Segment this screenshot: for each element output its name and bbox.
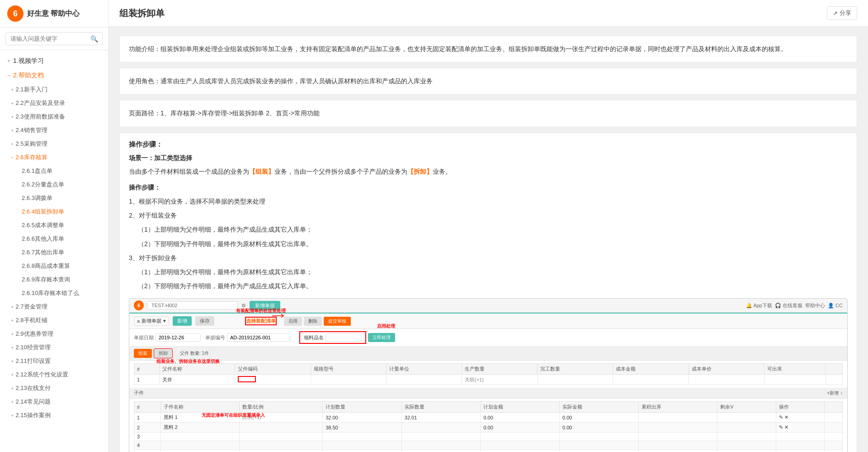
plus-icon-10: + [11,345,14,350]
sidebar-item-inv-check[interactable]: 2.6.9库存账本查询 [0,273,108,286]
plus-icon-3: + [11,100,14,106]
role-text: 使用角色：通常由生产人员或库管人员完成拆装业务的操作，库管人员确认原材料的出库和… [129,76,848,87]
step1: 1、根据不同的业务，选择不同单据的类型来处理 [129,196,848,207]
sidebar-cases-label: 2.15操作案例 [15,411,50,419]
plus-icon-7: + [11,304,14,309]
plus-icon-8: + [11,318,14,323]
sidebar-item-other-out[interactable]: 2.6.7其他出库单 [0,246,108,259]
sidebar-group-mobile[interactable]: + 2.8手机旺铺 [0,314,108,327]
sidebar-item-partial[interactable]: 2.6.2分量盘点单 [0,178,108,191]
sidebar-item-docs[interactable]: − 2.帮助文档 + 2.1新手入门 + 2.2产品安装及登录 [0,68,108,422]
ss-right-panel: 领料品名 [299,331,366,344]
sidebar-group-inventory[interactable]: − 2.6库存核算 2.6.1盘点单 2.6.2分量盘点单 2.6.3调拨单 2… [0,151,108,300]
ss-toolbar: ≡ 新增单据 ▾ 新增 保存 选择装配清单 有装配清单 [129,314,847,329]
step3-sub1: （1）上部明细为父件明细，最终作为原材料生成其它出库单； [138,266,848,278]
sidebar-finance-label: 2.7资金管理 [15,303,47,311]
app-title: 好生意 帮助中心 [27,9,80,19]
search-input[interactable] [5,32,103,45]
ss-date-input[interactable] [156,333,201,342]
role-block: 使用角色：通常由生产人员或库管人员完成拆装业务的操作，库管人员确认原材料的出库和… [119,68,857,95]
sidebar-group-cases[interactable]: + 2.15操作案例 [0,409,108,422]
page-title: 组装拆卸单 [119,7,165,19]
sidebar-inventory-label: 2.6库存核算 [15,153,47,162]
sidebar-group-payment[interactable]: + 2.13在线支付 [0,381,108,395]
sidebar-sales-label: 2.4销售管理 [15,126,47,134]
plus-icon-14: + [11,399,14,404]
ss-btn-approve[interactable]: 启用 [284,317,302,326]
annotation-switch: 组装业务、拆卸业务在这里切换 [156,358,220,365]
minus-icon-2: − [11,155,14,160]
plus-icon-5: + [11,128,14,133]
sidebar-group-newbie[interactable]: + 2.1新手入门 [0,83,108,96]
ss-tab-assembly[interactable]: 组装 [134,349,152,358]
step2-sub2: （2）下部明细为子件明细，最终作为原材料生成其它出库单。 [138,238,848,250]
sidebar-group-print[interactable]: + 2.11打印设置 [0,354,108,368]
search-box[interactable]: 🔍 [0,28,108,50]
sidebar-faq-label: 2.14常见问题 [15,398,50,406]
ss-btn-teal[interactable]: 新增 [173,316,192,326]
plus-icon: + [7,58,10,64]
scene1-desc: 当由多个子件材料组装成一个成品的业务为【组装】业务，当由一个父件拆分成多个子产品… [129,166,848,177]
ss-btn-save[interactable]: 保存 [195,316,214,326]
step2: 2、对于组装业务 [129,210,848,221]
nav-tree: + 1.视频学习 − 2.帮助文档 + 2.1新手入门 + [0,50,108,452]
sidebar-print-label: 2.11打印设置 [15,357,50,365]
sidebar-item-stocktake[interactable]: 2.6.1盘点单 [0,164,108,178]
intro-block: 功能介绍：组装拆卸单用来处理企业组装或拆卸等加工业务，支持有固定装配清单的产品加… [119,36,857,62]
sidebar-group-ops[interactable]: + 2.10经营管理 [0,341,108,354]
steps-section: 操作步骤： 场景一：加工类型选择 当由多个子件材料组装成一个成品的业务为【组装】… [119,133,857,452]
sidebar-group-install[interactable]: + 2.2产品安装及登录 [0,96,108,110]
ss-body: ≡ 新增单据 ▾ 新增 保存 选择装配清单 有装配清单 [129,313,847,452]
sidebar-header: 6 好生意 帮助中心 [0,0,108,28]
ss-btn-confirm[interactable]: 立即处理 [368,333,395,342]
sidebar-group-system[interactable]: + 2.12系统个性化设置 [0,368,108,381]
sidebar-item-inv-error[interactable]: 2.6.10库存账本错了么 [0,286,108,300]
ss-btn-delete[interactable]: 删除 [304,317,322,326]
sidebar-group-voucher[interactable]: + 2.9优惠券管理 [0,327,108,341]
main-content: 组装拆卸单 ↗ 分享 功能介绍：组装拆卸单用来处理企业组装或拆卸等加工业务，支持… [108,0,868,452]
search-icon: 🔍 [90,35,98,43]
plus-icon-12: + [11,372,14,377]
ss-form-row1: 单据日期 单据编号 领料品名 [129,329,847,347]
screenshot-container: 6 TEST-H002 ⚙ 新增单据 🔔 App下载 🎧 在线客服 [129,298,848,452]
scene1-title: 场景一：加工类型选择 [129,154,848,162]
ss-top-table: # 父件名称 父件编码 规格型号 计量单位 生产数量 完工数量 成本金额 成本单 [134,363,843,385]
sidebar-group-faq[interactable]: + 2.14常见问题 [0,395,108,409]
sidebar-item-cost[interactable]: 2.6.5成本调整单 [0,219,108,232]
sidebar-item-adjust[interactable]: 2.6.3调拨单 [0,191,108,205]
sidebar-install-label: 2.2产品安装及登录 [15,99,65,107]
intro-text: 功能介绍：组装拆卸单用来处理企业组装或拆卸等加工业务，支持有固定装配清单的产品加… [129,43,848,55]
sidebar-item-docs-label: 2.帮助文档 [13,71,44,80]
sidebar-mobile-label: 2.8手机旺铺 [15,316,47,324]
sidebar-item-goods-cost[interactable]: 2.6.8商品成本重算 [0,259,108,273]
app-logo: 6 [7,5,24,22]
sidebar-group-finance[interactable]: + 2.7资金管理 [0,300,108,314]
sidebar: 6 好生意 帮助中心 🔍 + 1.视频学习 − 2.帮助文档 + [0,0,108,452]
annotation-no-bom: 无固定清单可在组织里重填录入 [202,412,265,419]
ss-material-input[interactable] [326,333,362,342]
step2-sub1: （1）上部明细为父件明细，最终作为产成品生成其它入库单； [138,224,848,235]
ss-order-input[interactable] [227,333,290,342]
table-row: 2 黑料 2 38.50 0.00 0.00 [134,423,843,433]
plus-icon-6: + [11,141,14,147]
sidebar-group-data[interactable]: + 2.3使用前数据准备 [0,110,108,124]
step3: 3、对于拆卸业务 [129,252,848,264]
ss-icons: 🔔 App下载 🎧 在线客服 帮助中心 👤 CC [746,302,843,309]
ss-tab-disassembly[interactable]: 拆卸 [154,348,173,358]
ops-title: 操作步骤： [129,140,848,149]
share-button[interactable]: ↗ 分享 [827,6,857,20]
sidebar-group-purchase[interactable]: + 2.5采购管理 [0,137,108,151]
sidebar-group-sales[interactable]: + 2.4销售管理 [0,124,108,137]
plus-icon-15: + [11,413,14,418]
share-icon: ↗ [833,10,838,17]
ss-btn-submit[interactable]: 提交审核 [324,317,351,326]
minus-icon: − [7,72,10,79]
sidebar-payment-label: 2.13在线支付 [15,384,50,392]
table-row: 3 [134,433,843,441]
page-header: 组装拆卸单 ↗ 分享 [108,0,868,27]
sidebar-item-assembly[interactable]: 2.6.4组装拆卸单 [0,205,108,219]
plus-icon-2: + [11,87,14,92]
sidebar-item-videos[interactable]: + 1.视频学习 [0,54,108,68]
sidebar-item-other-in[interactable]: 2.6.6其他入库单 [0,232,108,246]
sidebar-newbie-label: 2.1新手入门 [15,86,47,94]
